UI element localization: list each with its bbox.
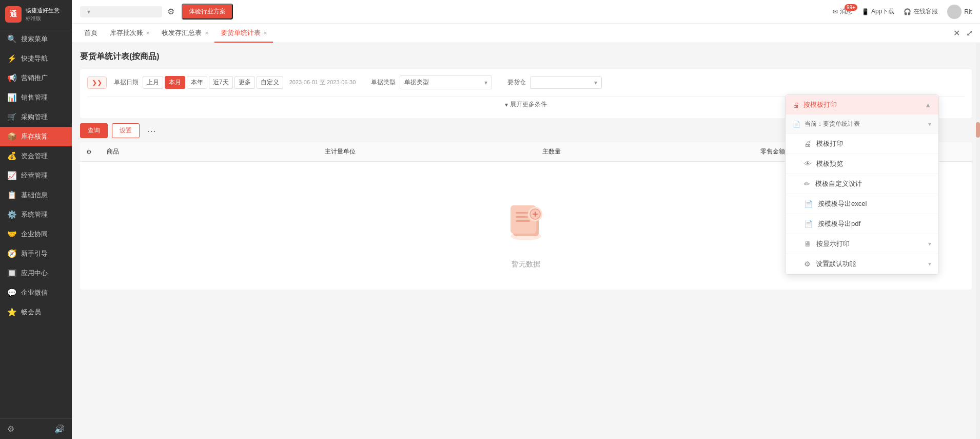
dropdown-item-display-print[interactable]: 🖥 按显示打印 ▾: [786, 234, 938, 254]
message-icon: ✉: [833, 8, 838, 15]
dropdown-header-right: ▲: [925, 101, 931, 109]
svg-rect-5: [516, 220, 530, 222]
dropdown-item-export-excel[interactable]: 📄 按模板导出excel: [786, 194, 938, 214]
sidebar-item-quick-nav[interactable]: ⚡ 快捷导航: [0, 49, 72, 68]
user-avatar-area[interactable]: Rit: [947, 5, 972, 19]
date-btn-more[interactable]: 更多: [234, 76, 255, 89]
type-filter-section: 单据类型 单据类型 ▾: [371, 75, 492, 89]
current-template-icon: 📄: [793, 121, 800, 128]
dropdown-item-template-print[interactable]: 🖨 模板打印: [786, 134, 938, 154]
purchase-icon: 🛒: [7, 112, 17, 122]
scrollbar[interactable]: [976, 43, 980, 439]
topbar-chevron-icon: ▾: [87, 8, 90, 15]
sidebar: 通 畅捷通好生意 标准版 🔍 搜索菜单 ⚡ 快捷导航 📢 营销推广 📊 销售管理…: [0, 0, 72, 439]
type-select-arrow-icon: ▾: [484, 79, 487, 86]
close-all-tabs-icon[interactable]: ✕: [952, 27, 961, 39]
settings-bottom-icon[interactable]: ⚙: [7, 424, 14, 434]
template-print-icon: 🖨: [804, 140, 811, 148]
svg-rect-4: [516, 216, 528, 218]
goods-select-arrow-icon: ▾: [594, 79, 597, 86]
date-btn-custom[interactable]: 自定义: [257, 76, 283, 89]
messages-button[interactable]: ✉ 99+ 消息: [833, 7, 852, 16]
audio-bottom-icon[interactable]: 🔊: [54, 424, 65, 434]
system-icon: ⚙️: [7, 210, 17, 219]
wechat-icon: 💬: [7, 288, 17, 297]
apps-icon: 🔲: [7, 269, 17, 278]
app-download-button[interactable]: 📱 App下载: [861, 7, 894, 16]
sidebar-item-basic[interactable]: 📋 基础信息: [0, 185, 72, 205]
sidebar-item-purchase[interactable]: 🛒 采购管理: [0, 107, 72, 127]
empty-icon: [500, 193, 552, 254]
date-btn-last-month[interactable]: 上月: [143, 76, 163, 89]
col-unit: 主计量单位: [319, 147, 537, 156]
col-settings[interactable]: ⚙: [80, 148, 101, 156]
dropdown-header: 🖨 按模板打印 ▲: [786, 95, 938, 114]
type-select[interactable]: 单据类型 ▾: [400, 75, 492, 89]
topbar-right: ✉ 99+ 消息 📱 App下载 🎧 在线客服 Rit: [833, 5, 972, 19]
export-excel-icon: 📄: [804, 200, 813, 208]
more-options-icon[interactable]: ⋯: [144, 125, 159, 137]
sidebar-bottom: ⚙ 🔊: [0, 418, 72, 439]
default-func-expand-icon: ▾: [928, 260, 931, 268]
tab-inventory-batch[interactable]: 库存批次账 ×: [104, 24, 155, 43]
dropdown-item-default-func[interactable]: ⚙ 设置默认功能 ▾: [786, 254, 938, 274]
template-preview-icon: 👁: [804, 160, 811, 168]
date-btn-7days[interactable]: 近7天: [209, 76, 233, 89]
display-print-icon: 🖥: [804, 240, 811, 248]
topbar-gear-icon[interactable]: ⚙: [167, 7, 174, 16]
tab-home[interactable]: 首页: [78, 24, 104, 43]
sidebar-item-wechat[interactable]: 💬 企业微信: [0, 283, 72, 302]
settings-button[interactable]: 设置: [112, 123, 140, 138]
operation-icon: 📈: [7, 171, 17, 180]
expand-down-icon: ▾: [505, 101, 508, 108]
query-button[interactable]: 查询: [80, 123, 108, 138]
sidebar-item-system[interactable]: ⚙️ 系统管理: [0, 205, 72, 224]
filter-expand-icon[interactable]: ❯❯: [87, 77, 107, 89]
dropdown-item-export-pdf[interactable]: 📄 按模板导出pdf: [786, 214, 938, 234]
basic-icon: 📋: [7, 190, 17, 200]
date-btn-this-month[interactable]: 本月: [165, 76, 185, 89]
coop-icon: 🤝: [7, 230, 17, 239]
tab-receivables[interactable]: 收发存汇总表 ×: [155, 24, 214, 43]
date-btn-this-year[interactable]: 本年: [187, 76, 207, 89]
goods-select[interactable]: ▾: [530, 77, 602, 89]
tabbar: 首页 库存批次账 × 收发存汇总表 × 要货单统计表 × ✕ ⤢: [72, 24, 980, 43]
sidebar-item-marketing[interactable]: 📢 营销推广: [0, 68, 72, 88]
expand-window-icon[interactable]: ⤢: [965, 27, 974, 39]
marketing-icon: 📢: [7, 73, 17, 83]
member-icon: ⭐: [7, 308, 17, 317]
dropdown-item-template-design[interactable]: ✏ 模板自定义设计: [786, 174, 938, 194]
app-download-icon: 📱: [861, 8, 869, 15]
sidebar-item-sales[interactable]: 📊 销售管理: [0, 88, 72, 107]
tab-inventory-batch-close[interactable]: ×: [146, 30, 149, 36]
expand-arrow-icon: ❯❯: [92, 79, 102, 86]
col-goods: 商品: [101, 147, 319, 156]
tab-purchase-order-stat-close[interactable]: ×: [264, 30, 267, 36]
inventory-icon: 📦: [7, 132, 17, 141]
online-support-button[interactable]: 🎧 在线客服: [904, 7, 938, 16]
sidebar-item-member[interactable]: ⭐ 畅会员: [0, 302, 72, 322]
tabbar-right: ✕ ⤢: [952, 27, 974, 39]
main-area: ▾ ⚙ 体验行业方案 ✉ 99+ 消息 📱 App下载 🎧 在线客服 Rit: [72, 0, 980, 439]
sidebar-item-apps[interactable]: 🔲 应用中心: [0, 263, 72, 283]
sidebar-item-coop[interactable]: 🤝 企业协同: [0, 224, 72, 244]
empty-text: 暂无数据: [512, 260, 540, 269]
sidebar-item-guide[interactable]: 🧭 新手引导: [0, 244, 72, 263]
sidebar-item-inventory[interactable]: 📦 库存核算: [0, 127, 72, 146]
tab-receivables-close[interactable]: ×: [205, 30, 208, 36]
sidebar-item-finance[interactable]: 💰 资金管理: [0, 146, 72, 166]
tab-purchase-order-stat[interactable]: 要货单统计表 ×: [214, 24, 273, 43]
guide-icon: 🧭: [7, 249, 17, 258]
trial-button[interactable]: 体验行业方案: [182, 4, 233, 20]
sidebar-item-operation[interactable]: 📈 经营管理: [0, 166, 72, 185]
logo-text: 畅捷通好生意 标准版: [26, 7, 60, 22]
export-pdf-icon: 📄: [804, 220, 813, 228]
dropdown-collapse-icon[interactable]: ▲: [925, 101, 931, 109]
sidebar-item-search[interactable]: 🔍 搜索菜单: [0, 29, 72, 49]
topbar-search[interactable]: ▾: [80, 6, 162, 17]
dropdown-item-template-preview[interactable]: 👁 模板预览: [786, 154, 938, 174]
logo-icon: 通: [5, 6, 22, 23]
sidebar-nav: ⚡ 快捷导航 📢 营销推广 📊 销售管理 🛒 采购管理 📦 库存核算 💰 资金管…: [0, 49, 72, 418]
goods-filter-section: 要货仓 ▾: [507, 77, 602, 89]
sidebar-logo: 通 畅捷通好生意 标准版: [0, 0, 72, 29]
